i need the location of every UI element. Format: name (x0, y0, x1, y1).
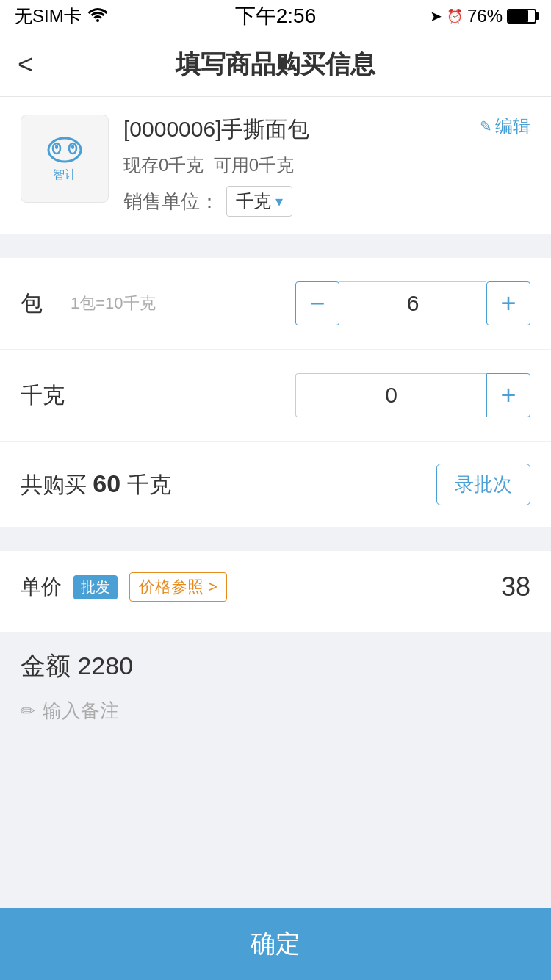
product-stock: 现存0千克 可用0千克 (123, 154, 530, 177)
total-text: 共购买 60 千克 (21, 469, 171, 500)
carrier-text: 无SIM卡 (15, 4, 82, 28)
amount-row: 金额 2280 (21, 649, 530, 683)
batch-button[interactable]: 录批次 (436, 464, 530, 505)
quantity-section: 包 1包=10千克 − + 千克 + (0, 258, 551, 442)
quantity-row-bao: 包 1包=10千克 − + (0, 258, 551, 350)
separator-2 (0, 539, 551, 551)
page-title: 填写商品购买信息 (176, 48, 375, 82)
status-bar-left: 无SIM卡 (15, 4, 108, 28)
quantity-input-kg[interactable] (295, 373, 486, 417)
amount-section: 金额 2280 ✏ 输入备注 (0, 632, 551, 741)
product-unit-row: 销售单位： 千克 ▾ (123, 186, 530, 217)
edit-button[interactable]: ✎ 编辑 (480, 115, 530, 138)
battery-icon (507, 9, 536, 24)
svg-point-3 (55, 145, 58, 149)
quantity-input-bao[interactable] (339, 281, 486, 325)
status-time: 下午2:56 (235, 2, 317, 30)
status-bar: 无SIM卡 下午2:56 ➤ ⏰ 76% (0, 0, 551, 32)
note-row[interactable]: ✏ 输入备注 (21, 698, 530, 724)
quantity-increase-kg[interactable]: + (486, 373, 530, 417)
confirm-bar[interactable]: 确定 (0, 908, 551, 980)
product-card: 智计 [0000006]手撕面包 ✎ 编辑 现存0千克 可用0千克 销售单位： … (0, 97, 551, 234)
quantity-decrease-bao[interactable]: − (295, 281, 339, 325)
quantity-label-bao: 包 (21, 289, 65, 319)
product-thumb-label: 智计 (53, 167, 76, 183)
quantity-row-kg: 千克 + (0, 350, 551, 442)
nav-bar: < 填写商品购买信息 (0, 32, 551, 97)
quantity-controls-kg: + (295, 373, 530, 417)
note-placeholder: 输入备注 (43, 698, 119, 724)
product-info: [0000006]手撕面包 ✎ 编辑 现存0千克 可用0千克 销售单位： 千克 … (123, 115, 530, 217)
price-row: 单价 批发 价格参照 > 38 (21, 572, 530, 602)
status-bar-right: ➤ ⏰ 76% (430, 6, 536, 26)
confirm-button-text: 确定 (251, 927, 300, 961)
pencil-icon: ✏ (21, 701, 35, 721)
unit-selector[interactable]: 千克 ▾ (226, 186, 292, 217)
price-reference-button[interactable]: 价格参照 > (129, 572, 227, 602)
price-label: 单价 (21, 573, 62, 601)
quantity-label-kg: 千克 (21, 381, 65, 411)
price-tag: 批发 (73, 575, 118, 599)
alarm-icon: ⏰ (447, 8, 463, 24)
price-section: 单价 批发 价格参照 > 38 (0, 551, 551, 632)
total-row: 共购买 60 千克 录批次 (0, 442, 551, 527)
back-button[interactable]: < (18, 49, 33, 80)
quantity-hint-bao: 1包=10千克 (71, 292, 295, 314)
quantity-controls-bao: − + (295, 281, 530, 325)
quantity-increase-bao[interactable]: + (486, 281, 530, 325)
product-name: [0000006]手撕面包 (123, 115, 309, 145)
separator-1 (0, 246, 551, 258)
price-value: 38 (501, 572, 530, 602)
location-icon: ➤ (430, 7, 442, 25)
svg-point-4 (71, 145, 74, 149)
battery-percent: 76% (467, 6, 503, 26)
wifi-icon (87, 6, 108, 26)
product-thumbnail: 智计 (21, 115, 109, 203)
chevron-down-icon: ▾ (276, 192, 283, 210)
